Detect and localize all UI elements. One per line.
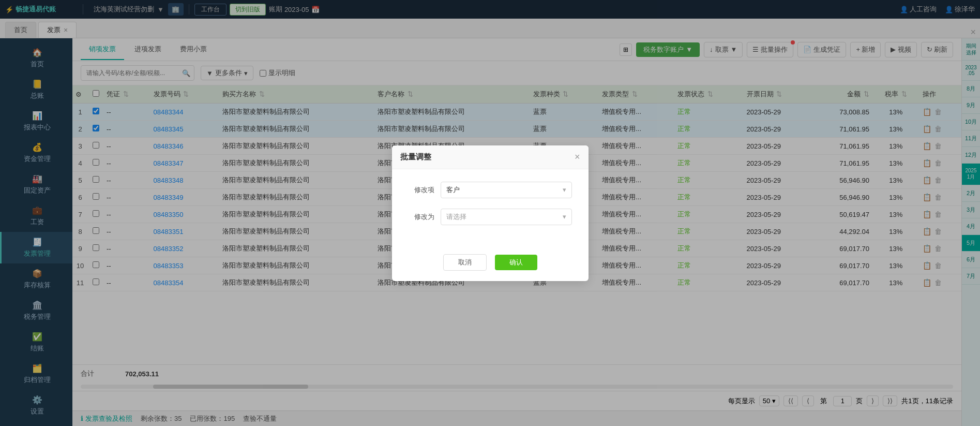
modal-header: 批量调整 ×: [392, 145, 589, 169]
modal-body: 修改项 客户 ▾ 修改为 请选择 ▾: [392, 169, 589, 248]
modify-to-label: 修改为: [409, 212, 434, 222]
modal-title: 批量调整: [400, 152, 431, 162]
modal-confirm-btn[interactable]: 确认: [495, 255, 537, 270]
modify-to-placeholder: 请选择: [446, 212, 466, 222]
batch-adjust-modal: 批量调整 × 修改项 客户 ▾ 修改为 请选择 ▾ 取消 确认: [392, 145, 589, 281]
modify-item-arrow-icon: ▾: [563, 186, 566, 194]
modify-item-label: 修改项: [409, 185, 434, 195]
modal-close-btn[interactable]: ×: [575, 152, 580, 163]
modal-cancel-btn[interactable]: 取消: [443, 254, 487, 271]
modify-to-row: 修改为 请选择 ▾: [409, 209, 572, 225]
modal-overlay: 批量调整 × 修改项 客户 ▾ 修改为 请选择 ▾ 取消 确认: [0, 0, 980, 426]
modal-footer: 取消 确认: [392, 248, 589, 281]
modify-to-arrow-icon: ▾: [563, 213, 566, 221]
modify-to-select[interactable]: 请选择 ▾: [441, 209, 572, 225]
modify-item-value: 客户: [446, 185, 460, 195]
modify-item-select[interactable]: 客户 ▾: [441, 182, 572, 198]
modify-item-row: 修改项 客户 ▾: [409, 182, 572, 198]
